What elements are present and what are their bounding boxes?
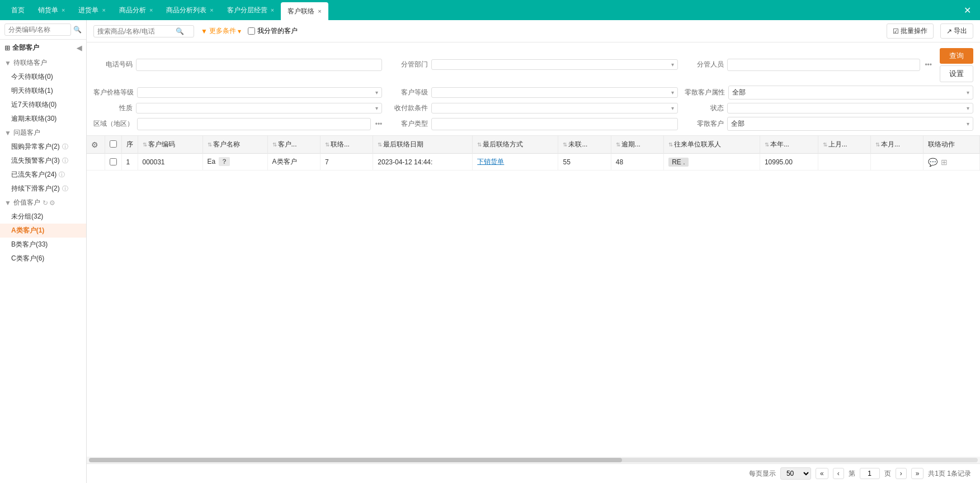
sort-icon: ⇅ (616, 141, 620, 148)
prev-page-btn[interactable]: ‹ (833, 468, 844, 479)
th-contact-count[interactable]: ⇅联络... (320, 136, 373, 154)
sidebar-group-problem[interactable]: ▼ 问题客户 (0, 126, 86, 140)
filter-search-input[interactable] (97, 27, 176, 35)
sidebar-item-hoarding[interactable]: 囤购异常客户(2) ⓘ (0, 140, 86, 154)
nav-customer-contact[interactable]: 客户联络 × (281, 2, 328, 20)
th-code[interactable]: ⇅客户编码 (138, 136, 202, 154)
phone-input[interactable] (136, 59, 382, 71)
status-select[interactable]: ▾ (727, 103, 973, 113)
person-dots[interactable]: ••• (925, 61, 932, 69)
scrollbar-thumb[interactable] (89, 458, 622, 462)
sidebar-search-input[interactable] (4, 23, 71, 36)
retail-cust-select[interactable]: 全部 ▾ (727, 117, 973, 131)
retail-attr-select[interactable]: 全部 ▾ (728, 86, 973, 100)
setting-btn[interactable]: 设置 (940, 65, 973, 82)
row-level: A类客户 (267, 154, 320, 171)
sidebar-item-churn-warning[interactable]: 流失预警客户(3) ⓘ (0, 154, 86, 168)
retail-attr-value: 全部 (732, 88, 746, 97)
nav-purchase-order[interactable]: 进货单 × (72, 0, 112, 20)
sidebar-group-pending[interactable]: ▼ 待联络客户 (0, 56, 86, 70)
table-gear-icon[interactable]: ⚙ (91, 140, 98, 149)
close-customer-contact[interactable]: × (318, 8, 321, 15)
sidebar-group-value[interactable]: ▼ 价值客户 ↻ ⚙ (0, 196, 86, 210)
th-not-contacted[interactable]: ⇅未联... (558, 136, 611, 154)
sidebar-item-unclassified[interactable]: 未分组(32) (0, 210, 86, 224)
th-this-month[interactable]: ⇅本月... (871, 136, 924, 154)
cust-type-input[interactable] (431, 118, 677, 130)
th-last-date[interactable]: ⇅最后联络日期 (373, 136, 473, 154)
refresh-icon[interactable]: ↻ (43, 199, 48, 207)
table-wrap: ⚙ 序 ⇅客户编码 ⇅客户名称 ⇅客户... ⇅联络... ⇅最后联络日期 ⇅最… (87, 136, 980, 457)
nav-customer-segment[interactable]: 客户分层经营 × (220, 0, 281, 20)
filter-more-btn[interactable]: ▼ 更多条件 ▾ (201, 26, 241, 36)
sidebar-item-7days[interactable]: 近7天待联络(0) (0, 98, 86, 112)
sidebar-item-today[interactable]: 今天待联络(0) (0, 70, 86, 84)
th-level[interactable]: ⇅客户... (267, 136, 320, 154)
price-level-select[interactable]: ▾ (137, 87, 382, 98)
nav-sales-order[interactable]: 销货单 × (31, 0, 72, 20)
person-input[interactable] (727, 59, 921, 71)
sidebar-collapse-btn[interactable]: ◀ (77, 44, 82, 52)
close-customer-segment[interactable]: × (271, 7, 274, 13)
filter-phone: 电话号码 (93, 47, 382, 82)
settings-icon[interactable]: ⚙ (49, 199, 55, 207)
sidebar-search-icon[interactable]: 🔍 (73, 26, 82, 34)
region-dots[interactable]: ••• (375, 120, 383, 128)
window-close-btn[interactable]: ✕ (959, 5, 976, 16)
sidebar-item-churned[interactable]: 已流失客户(24) ⓘ (0, 168, 86, 182)
nav-home[interactable]: 首页 (4, 0, 31, 20)
th-unit-contact[interactable]: ⇅往来单位联系人 (664, 136, 760, 154)
last-way-link[interactable]: 下销货单 (477, 158, 504, 165)
sidebar-item-overdue[interactable]: 逾期未联络(30) (0, 112, 86, 126)
horizontal-scrollbar[interactable] (87, 457, 980, 463)
query-btn[interactable]: 查询 (940, 48, 973, 64)
row-last-way: 下销货单 (473, 154, 558, 171)
close-product-analysis[interactable]: × (149, 7, 153, 13)
sidebar-item-class-c[interactable]: C类客户(6) (0, 252, 86, 266)
more-icon[interactable]: ⊞ (941, 158, 948, 167)
nature-select[interactable]: ▾ (136, 103, 382, 113)
page-input[interactable] (860, 468, 880, 479)
info-icon-1: ⓘ (62, 143, 68, 151)
next-page-btn[interactable]: › (896, 468, 907, 479)
th-last-way[interactable]: ⇅最后联络方式 (473, 136, 558, 154)
price-level-caret: ▾ (375, 89, 378, 96)
first-page-btn[interactable]: « (816, 468, 828, 479)
my-customers-input[interactable] (248, 27, 255, 35)
row-gear (87, 154, 105, 171)
message-icon[interactable]: 💬 (928, 158, 937, 167)
my-customers-checkbox[interactable]: 我分管的客户 (248, 26, 298, 36)
sidebar-item-tomorrow[interactable]: 明天待联络(1) (0, 84, 86, 98)
th-overdue[interactable]: ⇅逾期... (611, 136, 663, 154)
status-label: 状态 (685, 103, 724, 113)
last-page-btn[interactable]: » (911, 468, 924, 479)
batch-ops-btn[interactable]: ☑ 批量操作 (887, 23, 934, 39)
sidebar-all-customers[interactable]: ⊞ 全部客户 ◀ (0, 40, 86, 56)
phone-label: 电话号码 (93, 60, 133, 69)
info-icon-4: ⓘ (62, 184, 68, 193)
top-nav: 首页 销货单 × 进货单 × 商品分析 × 商品分析列表 × 客户分层经营 × … (0, 0, 980, 20)
close-purchase-order[interactable]: × (102, 7, 105, 13)
filter-icon: ▼ (201, 27, 208, 35)
export-btn[interactable]: ↗ 导出 (940, 23, 973, 39)
filter-search-icon[interactable]: 🔍 (176, 27, 184, 35)
per-page-select[interactable]: 50 100 200 (780, 467, 811, 480)
th-year[interactable]: ⇅本年... (760, 136, 818, 154)
scrollbar-track[interactable] (89, 458, 978, 462)
close-sales-order[interactable]: × (62, 7, 65, 13)
nav-product-analysis-list[interactable]: 商品分析列表 × (159, 0, 220, 20)
filter-payment: 收付款条件 ▾ (389, 103, 677, 113)
th-name[interactable]: ⇅客户名称 (202, 136, 267, 154)
row-select-checkbox[interactable] (110, 158, 117, 165)
th-last-month[interactable]: ⇅上月... (818, 136, 870, 154)
region-input[interactable] (137, 118, 371, 130)
sidebar-item-class-b[interactable]: B类客户(33) (0, 238, 86, 252)
select-all-checkbox[interactable] (110, 140, 117, 148)
sidebar-item-class-a[interactable]: A类客户(1) (0, 224, 86, 238)
payment-select[interactable]: ▾ (431, 103, 677, 113)
cust-level-select[interactable]: ▾ (431, 87, 677, 98)
sidebar-item-declining[interactable]: 持续下滑客户(2) ⓘ (0, 182, 86, 196)
nav-product-analysis[interactable]: 商品分析 × (112, 0, 159, 20)
dept-select[interactable]: ▾ (431, 59, 677, 70)
close-product-analysis-list[interactable]: × (210, 7, 213, 13)
